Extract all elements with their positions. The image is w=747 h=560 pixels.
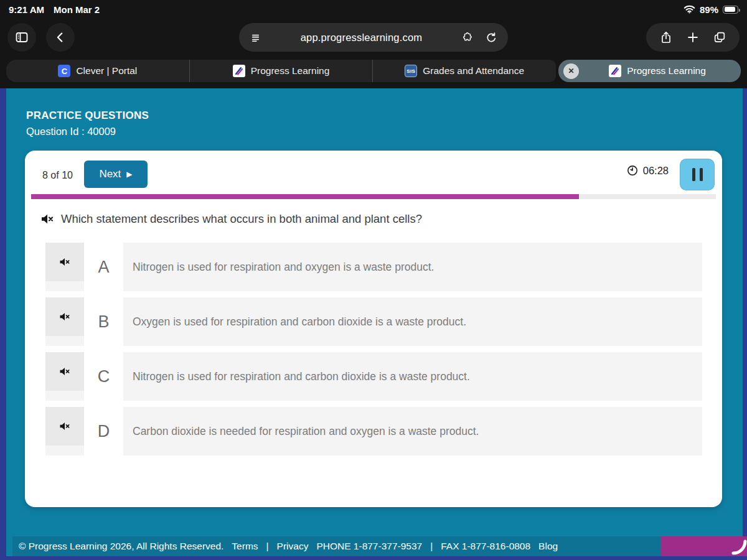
question-id: Question Id : 40009 <box>26 126 116 138</box>
progress-learning-icon <box>609 65 621 77</box>
chevron-left-icon <box>54 30 67 44</box>
toolbar-actions <box>646 23 740 52</box>
answer-letter: C <box>84 352 123 401</box>
terms-link[interactable]: Terms <box>232 541 258 552</box>
page-title: PRACTICE QUESTIONS <box>26 110 149 122</box>
sidebar-icon <box>14 30 29 45</box>
timer-value: 06:28 <box>643 165 669 177</box>
timer: 06:28 <box>626 164 669 177</box>
next-button[interactable]: Next ▶ <box>84 161 148 188</box>
url-text[interactable]: app.progresslearning.com <box>262 32 461 44</box>
battery-percent: 89% <box>700 4 718 15</box>
reload-icon[interactable] <box>485 31 498 44</box>
answer-letter: B <box>84 297 123 346</box>
question-text: Which statement describes what occurs in… <box>61 212 422 226</box>
new-tab-button[interactable] <box>686 30 700 44</box>
reader-icon[interactable] <box>249 31 262 44</box>
footer-separator: | <box>430 541 433 552</box>
screen: 9:21 AM Mon Mar 2 89% <box>0 0 747 560</box>
tab-progress-learning-active[interactable]: ✕ Progress Learning <box>558 60 741 82</box>
tab-group: C Clever | Portal Progress Learning SIS … <box>6 60 556 82</box>
sidebar-toggle-button[interactable] <box>7 23 36 52</box>
tab-label: Grades and Attendance <box>423 65 524 77</box>
back-button[interactable] <box>46 23 75 52</box>
copyright-text: © Progress Learning 2026, All Rights Res… <box>19 541 223 552</box>
pause-button[interactable] <box>680 159 715 190</box>
status-bar: 9:21 AM Mon Mar 2 89% <box>0 0 747 19</box>
question-row: Which statement describes what occurs in… <box>40 212 422 226</box>
mute-icon[interactable] <box>45 352 84 391</box>
tab-clever-portal[interactable]: C Clever | Portal <box>6 60 189 82</box>
mute-icon[interactable] <box>40 212 55 226</box>
page-background: PRACTICE QUESTIONS Question Id : 40009 8… <box>6 88 743 556</box>
browser-toolbar: app.progresslearning.com <box>0 19 747 58</box>
status-date: Mon Mar 2 <box>54 4 100 15</box>
tab-bar: C Clever | Portal Progress Learning SIS … <box>0 60 747 82</box>
tab-progress-learning[interactable]: Progress Learning <box>189 60 373 82</box>
tab-label: Clever | Portal <box>76 65 137 77</box>
tab-grades-attendance[interactable]: SIS Grades and Attendance <box>372 60 556 82</box>
question-counter: 8 of 10 <box>42 170 73 181</box>
footer-fax: FAX 1-877-816-0808 <box>441 541 530 552</box>
battery-icon <box>723 6 738 14</box>
address-bar[interactable]: app.progresslearning.com <box>239 23 508 52</box>
clock-icon <box>626 164 639 177</box>
answer-row-a[interactable]: A Nitrogen is used for respiration and o… <box>45 243 702 291</box>
answer-row-b[interactable]: B Oxygen is used for respiration and car… <box>45 297 702 346</box>
privacy-link[interactable]: Privacy <box>277 541 309 552</box>
tab-label: Progress Learning <box>251 65 330 77</box>
mute-icon[interactable] <box>45 297 84 336</box>
widget-arc-icon <box>719 538 747 556</box>
progress-learning-icon <box>233 65 245 77</box>
answer-letter: D <box>84 407 123 455</box>
footer-separator: | <box>266 541 269 552</box>
answer-text: Nitrogen is used for respiration and oxy… <box>123 243 702 291</box>
feedback-widget-button[interactable] <box>661 536 747 556</box>
question-card: 8 of 10 Next ▶ 06:28 <box>25 151 722 507</box>
tabs-overview-button[interactable] <box>713 30 726 44</box>
status-time: 9:21 AM <box>9 4 44 15</box>
play-icon: ▶ <box>126 170 132 178</box>
mute-icon[interactable] <box>45 407 84 446</box>
blog-link[interactable]: Blog <box>538 541 558 552</box>
page-footer: © Progress Learning 2026, All Rights Res… <box>12 536 747 556</box>
web-page: PRACTICE QUESTIONS Question Id : 40009 8… <box>0 88 747 560</box>
progress-bar-fill <box>31 194 579 199</box>
close-icon: ✕ <box>568 67 574 75</box>
answer-text: Nitrogen is used for respiration and car… <box>123 352 702 401</box>
pause-icon <box>692 168 695 181</box>
answer-row-c[interactable]: C Nitrogen is used for respiration and c… <box>45 352 702 401</box>
footer-phone: PHONE 1-877-377-9537 <box>316 541 422 552</box>
share-button[interactable] <box>659 30 673 44</box>
answer-letter: A <box>84 243 123 291</box>
close-tab-button[interactable]: ✕ <box>563 63 579 79</box>
progress-bar <box>31 194 716 199</box>
answer-row-d[interactable]: D Carbon dioxide is needed for respirati… <box>45 407 702 455</box>
wifi-icon <box>684 5 695 14</box>
answer-text: Oxygen is used for respiration and carbo… <box>123 297 702 346</box>
next-button-label: Next <box>99 168 121 180</box>
answer-text: Carbon dioxide is needed for respiration… <box>123 407 702 455</box>
sis-icon: SIS <box>405 65 417 77</box>
tab-label: Progress Learning <box>627 65 706 77</box>
extensions-icon[interactable] <box>461 31 474 44</box>
clever-icon: C <box>58 65 70 77</box>
mute-icon[interactable] <box>45 243 84 281</box>
